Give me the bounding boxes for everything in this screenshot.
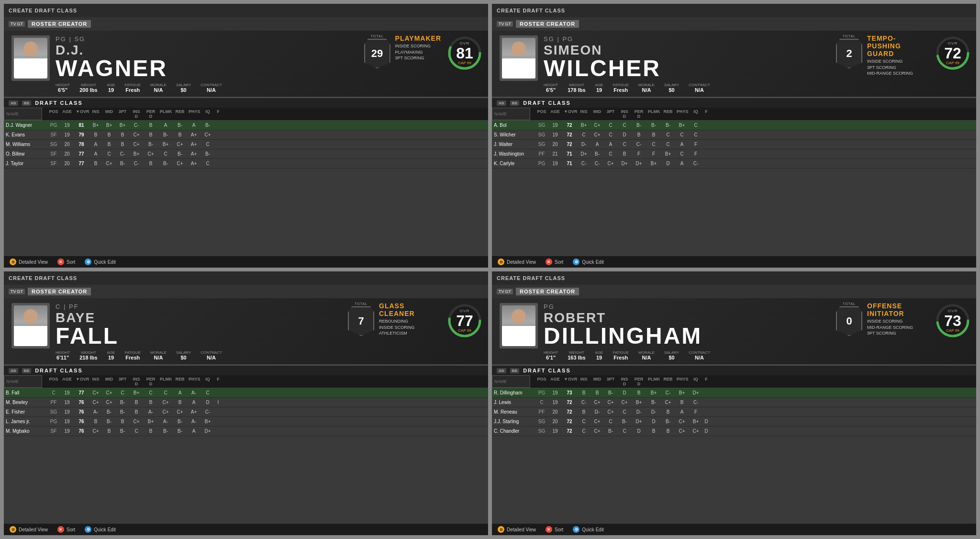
table-row[interactable]: J. TaylorSF2077BC+B-C-BB-C+A+C (4, 159, 488, 168)
stat-contract-label: Contract (200, 83, 222, 87)
archetype-section: PLAYMAKER INSIDE SCORING PLAYMAKING 3PT … (395, 34, 441, 61)
table-header: POSAGE▼OVRINSMID3PTINS DPER DPLMKREBPHYS… (4, 108, 488, 121)
cell: B- (158, 159, 173, 168)
col-header: MID (102, 108, 116, 120)
cell: 76 (74, 398, 89, 407)
cell: 72 (562, 140, 577, 149)
stat-height-label: Height (544, 350, 558, 355)
col-header: PER D (144, 108, 158, 120)
cell: B+ (689, 417, 702, 426)
cell: 78 (74, 140, 89, 149)
table-row[interactable]: M. MgbakoSF1976C+BB-CBB-B-AD+ (4, 427, 488, 436)
table-row[interactable]: K. CarlylePG1971C-C-C+D+D+B+DAC- (492, 159, 976, 168)
table-row[interactable]: M. BewleyPF1976C+C+B-BBC+BADI (4, 398, 488, 407)
cell: C- (201, 407, 214, 416)
cell: B- (604, 427, 617, 436)
cell: D+ (689, 388, 702, 397)
cell: D (702, 417, 710, 426)
cell: PG (47, 417, 60, 426)
cell: B (661, 427, 675, 436)
cell: 20 (60, 159, 74, 168)
cell: A (158, 121, 173, 130)
table-row[interactable]: L. James jr.PG1976BB-BC+B+A-B-A-B+ (4, 417, 488, 427)
cell (702, 388, 710, 397)
table-row[interactable]: J. WashingtonPF2171D+B-CBFFB+CF (492, 149, 976, 159)
cell (214, 427, 222, 436)
cell: B- (617, 417, 632, 426)
table-row[interactable]: J. LewisC1972C-C+C+C+B+B-C+BC- (492, 398, 976, 407)
sort-button[interactable]: ✕ Sort (57, 258, 75, 265)
cell: SG (535, 417, 548, 426)
table-row[interactable]: A. BolSG1972B+C+CCB-B-B-B+C (492, 121, 976, 130)
cell: C+ (675, 417, 689, 426)
table-row[interactable]: C. ChandlerSG1972CC+B-CDBBC+C+D (492, 427, 976, 436)
avatar-jersey (502, 326, 535, 347)
stat-fatigue-value: Fresh (125, 355, 140, 360)
ovr-gauge-inner: OVR 73 CAP 99 (944, 309, 961, 333)
avatar-head (512, 309, 526, 324)
stat-fatigue: Fatigue Fresh (612, 350, 629, 360)
table-row[interactable]: M. ReneauPF2072BD-C+CD-D-BAF (492, 407, 976, 417)
cell: J. Taylor (4, 159, 47, 168)
sort-button[interactable]: ✕ Sort (546, 526, 563, 533)
stat-age-label: Age (595, 83, 603, 87)
cell: 72 (562, 398, 577, 407)
table-row[interactable]: E. FisherSG1976A-B-B-BA-C+C+A+C- (4, 407, 488, 417)
total-label: TOTAL (371, 34, 384, 38)
name-search-input[interactable] (4, 108, 42, 120)
cell: PF (535, 149, 548, 158)
detailed-view-button[interactable]: ⊙ Detailed View (498, 526, 536, 533)
tv-gt-badge: TV GT (9, 289, 25, 294)
table-row[interactable]: D.J. WagnerPG1981B+B+B+C-BAB-AB- (4, 121, 488, 130)
quick-edit-button[interactable]: ⚙ Quick Edit (573, 526, 604, 533)
quick-edit-label: Quick Edit (582, 259, 604, 265)
sort-button[interactable]: ✕ Sort (57, 526, 75, 533)
ovr-gauge: OVR 72 CAP 99 (934, 34, 971, 72)
cell: 76 (74, 417, 89, 426)
cell: B (102, 427, 116, 436)
table-row[interactable]: S. WilcherSG1972CC+CDBBCCC (492, 130, 976, 140)
tv-gt-badge: TV GT (497, 21, 513, 27)
table-row[interactable]: J. WalterSG2072D-AACC-CCAF (492, 140, 976, 149)
detailed-view-button[interactable]: ⊙ Detailed View (10, 526, 48, 533)
cell: B- (116, 427, 129, 436)
ab-badge: AB (9, 101, 18, 106)
ovr-gauge-inner: OVR 77 CAP 99 (456, 309, 473, 333)
quick-edit-button[interactable]: ⚙ Quick Edit (85, 258, 116, 265)
table-row[interactable]: M. WilliamsSG2078ABBC+B-B+C+A+C (4, 140, 488, 149)
name-search-input[interactable] (4, 375, 42, 388)
stat-age-value: 19 (596, 87, 602, 93)
table-row[interactable]: J.J. StarlingSG2072CC+CB-D+DB-C+B+D (492, 417, 976, 427)
table-row[interactable]: B. FallC1977C+C+CB+CCAA-C (4, 388, 488, 398)
cell: 19 (548, 159, 562, 168)
roster-panel: CREATE DRAFT CLASS TV GT ROSTER CREATOR … (492, 4, 976, 268)
col-header: PHYS (675, 108, 689, 120)
table-row[interactable]: K. EvansSF1979BBBC+BB-BA+C+ (4, 130, 488, 140)
panel-top-bar: CREATE DRAFT CLASS (492, 4, 976, 17)
cell: B- (632, 121, 646, 130)
stat-fatigue-value: Fresh (613, 87, 628, 93)
bottom-bar: ⊙ Detailed View ✕ Sort ⚙ Quick Edit (492, 524, 976, 535)
cell (702, 121, 710, 130)
player-stats-row: Height 6'11" Weight 218 lbs Age 19 Fatig… (56, 350, 480, 360)
quick-edit-button[interactable]: ⚙ Quick Edit (573, 258, 604, 265)
name-search-input[interactable] (492, 375, 530, 388)
cell: C- (116, 149, 129, 158)
stat-height-value: 6'11" (56, 355, 69, 360)
stat-contract-label: Contract (689, 83, 710, 87)
name-search-input[interactable] (492, 108, 530, 120)
sort-button[interactable]: ✕ Sort (546, 258, 563, 265)
table-row[interactable]: O. BillewSF2077ACC-B+C+CB-A+B- (4, 149, 488, 159)
stat-fatigue-label: Fatigue (612, 350, 629, 355)
col-header: PER D (144, 375, 158, 388)
quick-edit-button[interactable]: ⚙ Quick Edit (85, 526, 116, 533)
cell (214, 140, 222, 149)
detailed-view-button[interactable]: ⊙ Detailed View (10, 258, 48, 265)
detailed-view-button[interactable]: ⊙ Detailed View (498, 258, 536, 265)
cell: D (632, 427, 646, 436)
cell: B (617, 149, 632, 158)
stat-age: Age 19 (595, 83, 603, 93)
cell: B- (661, 417, 675, 426)
table-row[interactable]: R. DillinghamPG1973BBB-DBB+C-B+D+ (492, 388, 976, 398)
cell: C (158, 388, 173, 397)
